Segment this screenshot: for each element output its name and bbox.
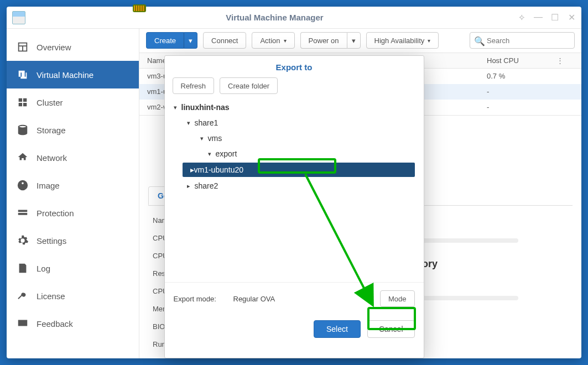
sidebar-item-license[interactable]: License <box>7 282 139 310</box>
vm-icon <box>17 69 29 81</box>
mode-button[interactable]: Mode <box>380 290 415 307</box>
column-options-icon[interactable]: ⋮ <box>554 56 565 65</box>
refresh-button[interactable]: Refresh <box>173 77 215 94</box>
close-icon[interactable]: ✕ <box>567 12 576 23</box>
stat-mem-sub: GB <box>408 282 568 290</box>
toolbar: Create ▾ Connect Action▾ Power on ▾ High… <box>139 29 581 53</box>
sidebar-item-label: Protection <box>37 208 74 218</box>
chevron-down-icon[interactable]: ▾ <box>347 32 361 49</box>
stat-mem-title: emory <box>408 258 568 270</box>
sidebar-item-label: Overview <box>37 43 71 52</box>
titlebar: Virtual Machine Manager ⟡ — ☐ ✕ <box>7 7 581 29</box>
export-modal: Export to Refresh Create folder ▾ linuxh… <box>164 55 424 358</box>
sidebar-item-label: Settings <box>37 236 66 246</box>
cancel-button[interactable]: Cancel <box>367 320 415 338</box>
sidebar: Overview Virtual Machine Cluster Storage… <box>7 29 139 358</box>
sidebar-item-network[interactable]: Network <box>7 144 139 171</box>
sidebar-item-label: License <box>37 291 65 301</box>
sidebar-item-protection[interactable]: Protection <box>7 199 139 227</box>
export-mode-value: Regular OVA <box>233 295 380 303</box>
cluster-icon <box>17 96 29 108</box>
export-mode-label: Export mode: <box>174 295 233 303</box>
sidebar-item-feedback[interactable]: Feedback <box>7 310 139 337</box>
tree-node-share1[interactable]: ▾ share1 <box>174 115 415 131</box>
tree-node-selected[interactable]: ▸ vm1-ubuntu20 <box>183 163 415 177</box>
action-button[interactable]: Action▾ <box>252 32 294 49</box>
create-folder-button[interactable]: Create folder <box>220 77 278 94</box>
stat-cpu-title: PU <box>408 215 568 226</box>
sidebar-item-cluster[interactable]: Cluster <box>7 88 139 116</box>
tree-node-vms[interactable]: ▾ vms <box>174 131 415 146</box>
chevron-down-icon[interactable]: ▾ <box>184 32 197 49</box>
log-icon <box>17 262 29 274</box>
pin-icon[interactable]: ⟡ <box>517 12 526 23</box>
tree-node-share2[interactable]: ▸ share2 <box>174 178 415 194</box>
sidebar-item-label: Feedback <box>37 319 73 328</box>
tree-node-root[interactable]: ▾ linuxhint-nas <box>174 100 415 115</box>
sidebar-item-storage[interactable]: Storage <box>7 116 139 144</box>
sidebar-item-label: Image <box>37 181 60 190</box>
sidebar-item-label: Virtual Machine <box>37 70 93 80</box>
sidebar-item-overview[interactable]: Overview <box>7 33 139 61</box>
high-availability-button[interactable]: High Availability▾ <box>366 32 439 49</box>
feedback-icon <box>17 317 29 330</box>
storage-icon <box>17 124 29 136</box>
power-on-button[interactable]: Power on <box>300 32 347 49</box>
protection-icon <box>17 207 29 219</box>
maximize-icon[interactable]: ☐ <box>550 12 559 23</box>
cpu-usage-bar <box>408 238 518 243</box>
mem-usage-bar <box>408 296 518 300</box>
chevron-down-icon: ▾ <box>208 150 216 158</box>
sidebar-item-label: Log <box>37 264 50 273</box>
sidebar-item-label: Network <box>37 153 67 163</box>
sidebar-item-label: Storage <box>37 126 66 135</box>
create-button[interactable]: Create ▾ <box>146 32 197 49</box>
search-input[interactable] <box>470 32 575 49</box>
network-icon <box>17 152 29 164</box>
license-icon <box>17 290 29 302</box>
col-header-host-cpu[interactable]: Host CPU <box>477 56 554 65</box>
chevron-down-icon: ▾ <box>200 135 208 142</box>
app-icon <box>12 11 25 24</box>
sidebar-item-settings[interactable]: Settings <box>7 227 139 254</box>
settings-icon <box>17 234 29 247</box>
overview-icon <box>17 41 29 53</box>
search-icon: 🔍 <box>474 36 485 46</box>
sidebar-item-log[interactable]: Log <box>7 254 139 282</box>
sidebar-item-image[interactable]: Image <box>7 171 139 199</box>
modal-title: Export to <box>165 56 424 77</box>
connect-button[interactable]: Connect <box>203 32 246 49</box>
image-icon <box>17 179 29 191</box>
window-title: Virtual Machine Manager <box>32 13 517 22</box>
sidebar-item-label: Cluster <box>37 98 63 107</box>
select-button[interactable]: Select <box>314 320 361 338</box>
chevron-right-icon: ▸ <box>190 165 194 174</box>
chevron-down-icon: ▾ <box>174 104 181 111</box>
tree-node-export[interactable]: ▾ export <box>174 146 415 161</box>
minimize-icon[interactable]: — <box>534 12 543 23</box>
sidebar-item-virtual-machine[interactable]: Virtual Machine <box>7 61 139 88</box>
chevron-right-icon: ▸ <box>187 182 195 190</box>
chevron-down-icon: ▾ <box>187 119 195 127</box>
